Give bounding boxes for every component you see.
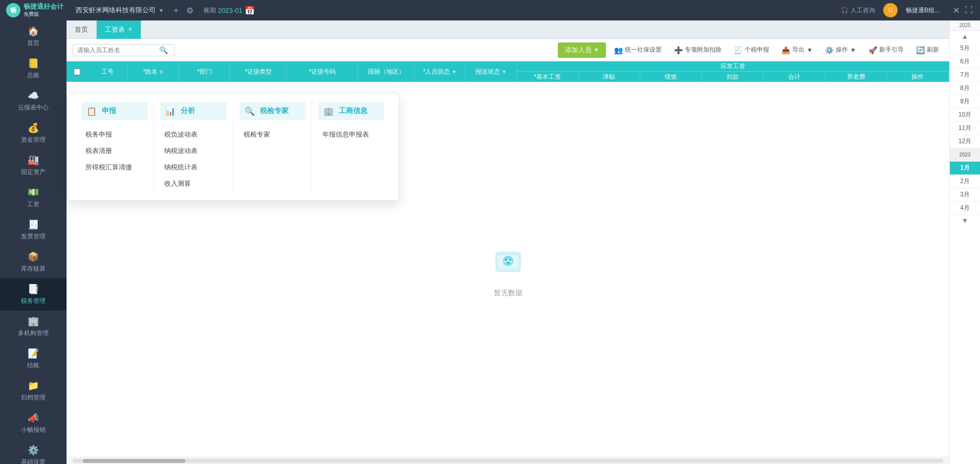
user-avatar: U: [883, 3, 898, 17]
calendar-icon[interactable]: 📅: [245, 6, 255, 15]
add-company-button[interactable]: ＋: [172, 5, 180, 16]
sidebar-item-assets[interactable]: 🏭 固定资产: [0, 149, 67, 182]
export-dropdown-icon: ▼: [807, 47, 813, 54]
tab-bar: 首页 工资表 ✕: [67, 20, 949, 39]
section-title-declaration: 📋 申报: [81, 102, 147, 120]
sidebar-item-archive[interactable]: 📁 归档管理: [0, 375, 67, 407]
menu-annual-report[interactable]: 年报信息申报表: [318, 126, 384, 143]
main-layout: 🏠 首页 📒 总账 ☁️ 云报表中心 💰 资金管理 🏭 固定资产 💵 工资 🧾 …: [0, 20, 980, 464]
deduction-icon: ➕: [674, 46, 683, 54]
th-id-type: *证据类型: [230, 61, 287, 82]
app-title: 畅捷通好会计: [24, 3, 63, 11]
menu-tax-payment-wave[interactable]: 纳税波动表: [160, 143, 226, 159]
month-11[interactable]: 11月: [950, 122, 980, 135]
menu-income-tax-settlement[interactable]: 所得税汇算清缴: [81, 159, 147, 175]
menu-tax-table[interactable]: 税表清册: [81, 143, 147, 159]
company-dropdown-arrow: ▼: [159, 8, 164, 13]
user-name[interactable]: 畅捷通B组...: [906, 6, 940, 15]
window-expand-button[interactable]: ⛶: [964, 5, 974, 16]
company-selector[interactable]: 西安虾米网络科技有限公司 ▼: [76, 6, 164, 15]
special-deduction-action[interactable]: ➕ 专项附加扣除: [670, 43, 726, 56]
home-icon: 🏠: [28, 26, 39, 37]
toolbar: 🔍 添加人员 ▼ 👥 统一社保设置 ➕ 专项附加扣除 🧾 个税申报 📤: [67, 39, 949, 61]
scrollbar-thumb[interactable]: [83, 459, 185, 463]
month-10[interactable]: 10月: [950, 108, 980, 122]
month-6[interactable]: 6月: [950, 55, 980, 69]
tab-salary-table[interactable]: 工资表 ✕: [97, 20, 141, 39]
search-wrap: 🔍: [73, 44, 175, 56]
tax-expert-icon: 🔍: [244, 105, 256, 117]
header-right: 🎧 人工咨询 U 畅捷通B组... ✕ ⛶: [841, 3, 974, 17]
sidebar-item-home[interactable]: 🏠 首页: [0, 20, 67, 53]
tax-icon2: 🧾: [734, 46, 743, 54]
refresh-action[interactable]: 🔄 刷新: [912, 43, 943, 56]
add-person-button[interactable]: 添加人员 ▼: [558, 42, 606, 58]
sidebar-item-ledger[interactable]: 📒 总账: [0, 53, 67, 85]
month-4[interactable]: 4月: [950, 202, 980, 215]
th-wage-group: 应发工资 *基本工资 津贴 绩效 扣款 合计 养老费 操作: [517, 61, 949, 82]
new-guide-action[interactable]: 🚀 新手引导: [864, 43, 908, 56]
sidebar-item-expense[interactable]: 📣 小畅报销: [0, 407, 67, 439]
th-department: *部门: [179, 61, 230, 82]
sidebar-up-button[interactable]: ▲: [950, 31, 980, 42]
menu-income-estimate[interactable]: 收入测算: [160, 175, 226, 192]
menu-tax-expert[interactable]: 税检专家: [239, 126, 306, 143]
sidebar-item-tax[interactable]: 📑 税务管理: [0, 278, 67, 311]
tab-home[interactable]: 首页: [67, 20, 97, 39]
sidebar-item-invoice[interactable]: 🧾 发票管理: [0, 214, 67, 246]
month-7[interactable]: 7月: [950, 69, 980, 82]
month-2[interactable]: 2月: [950, 175, 980, 188]
menu-tax-stats[interactable]: 纳税统计表: [160, 159, 226, 175]
th-report-status[interactable]: 报送状态 ▼: [466, 61, 517, 82]
expense-icon: 📣: [28, 412, 39, 424]
sidebar-item-multi[interactable]: 🏢 多机构管理: [0, 311, 67, 343]
tab-close-icon[interactable]: ✕: [128, 26, 133, 33]
support-link[interactable]: 🎧 人工咨询: [841, 6, 875, 15]
sidebar-item-close[interactable]: 📝 结账: [0, 343, 67, 375]
th-pension: 养老费: [825, 72, 887, 82]
sidebar-item-salary[interactable]: 💵 工资: [0, 182, 67, 214]
year-2023-label: 2023: [950, 148, 980, 162]
unified-social-security-action[interactable]: 👥 统一社保设置: [610, 43, 666, 56]
report-status-sort-icon: ▼: [502, 69, 507, 75]
right-sidebar: 2025 ▲ 5月 6月 7月 8月 9月 10月 11月 12月 2023 1…: [949, 20, 980, 464]
operation-icon: ⚙️: [825, 46, 834, 54]
salary-icon: 💵: [28, 187, 39, 198]
export-action[interactable]: 📤 导出 ▼: [777, 43, 817, 56]
settings-button[interactable]: ⚙: [186, 6, 193, 15]
month-5[interactable]: 5月: [950, 42, 980, 55]
sidebar-down-button[interactable]: ▼: [950, 215, 980, 226]
tax-declaration-action[interactable]: 🧾 个税申报: [730, 43, 773, 56]
search-icon: 🔍: [159, 46, 168, 54]
th-allowance: 津贴: [579, 72, 641, 82]
month-9[interactable]: 9月: [950, 95, 980, 108]
th-work-id: 工号: [87, 61, 128, 82]
menu-tax-burden-wave[interactable]: 税负波动表: [160, 126, 226, 143]
company-name: 西安虾米网络科技有限公司: [76, 6, 156, 15]
th-name[interactable]: *姓名 ⇅: [128, 61, 179, 82]
search-input[interactable]: [77, 47, 159, 54]
content-area: 首页 工资表 ✕ 🔍 添加人员 ▼ 👥 统一社保设置 ➕: [67, 20, 949, 464]
menu-tax-declaration[interactable]: 税务申报: [81, 126, 147, 143]
table-header: 工号 *姓名 ⇅ *部门 *证据类型 *证据号码 国籍（地区） *人员状态 ▼ …: [67, 61, 949, 82]
month-8[interactable]: 8月: [950, 82, 980, 95]
th-id-number: *证据号码: [287, 61, 358, 82]
sidebar-item-settings[interactable]: ⚙️ 基础设置: [0, 439, 67, 464]
month-12[interactable]: 12月: [950, 135, 980, 148]
dropdown-menu: 📋 申报 税务申报 税表清册 所得税汇算清缴 📊 分析 税负波动表 纳税波动表 …: [67, 93, 399, 201]
th-performance: 绩效: [640, 72, 702, 82]
bottom-scrollbar[interactable]: [67, 457, 949, 464]
multi-icon: 🏢: [28, 316, 39, 327]
sidebar-item-cloud[interactable]: ☁️ 云报表中心: [0, 85, 67, 117]
th-base-salary: *基本工资: [517, 72, 579, 82]
select-all-checkbox[interactable]: [74, 69, 80, 75]
assets-icon: 🏭: [28, 154, 39, 166]
th-checkbox[interactable]: [67, 69, 87, 75]
th-person-status[interactable]: *人员状态 ▼: [415, 61, 466, 82]
month-1-active[interactable]: 1月: [950, 162, 980, 175]
window-close-button[interactable]: ✕: [952, 5, 961, 16]
month-3[interactable]: 3月: [950, 188, 980, 202]
sidebar-item-fund[interactable]: 💰 资金管理: [0, 117, 67, 149]
operation-action[interactable]: ⚙️ 操作 ▼: [821, 43, 860, 56]
sidebar-item-stock[interactable]: 📦 库存核算: [0, 246, 67, 278]
